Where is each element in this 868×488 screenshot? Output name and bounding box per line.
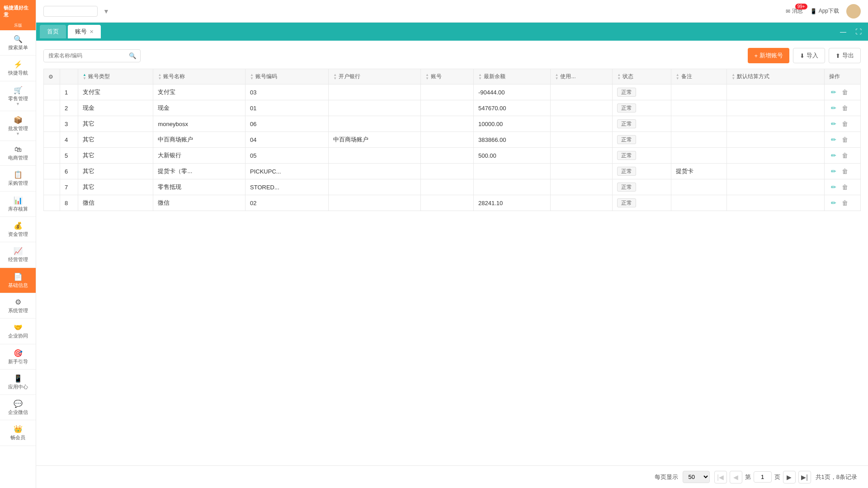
row-latest-balance	[473, 164, 550, 179]
sidebar-item-basic-info[interactable]: 📄 基础信息	[0, 268, 36, 293]
next-page-button[interactable]: ▶	[783, 471, 796, 483]
sidebar-item-wholesale-mgmt[interactable]: 📦 批发管理 ▼	[0, 111, 36, 141]
page-size-select[interactable]: 50 100 200	[683, 471, 710, 483]
edit-icon[interactable]: ✏	[831, 152, 836, 159]
last-page-button[interactable]: ▶|	[798, 471, 811, 483]
tab-close-icon[interactable]: ✕	[90, 29, 94, 35]
row-account-name: 中百商场账户	[153, 132, 245, 148]
sidebar-item-search-menu[interactable]: 🔍 搜索菜单	[0, 30, 36, 56]
tab-home[interactable]: 首页	[40, 25, 66, 38]
sidebar-item-system-mgmt[interactable]: ⚙ 系统管理	[0, 293, 36, 319]
search-button[interactable]: 🔍	[125, 50, 140, 62]
sidebar-item-operation-mgmt[interactable]: 📈 经营管理	[0, 242, 36, 267]
pagination: 每页显示 50 100 200 |◀ ◀ 第 页 ▶ ▶| 共1页，8条记录	[36, 465, 868, 488]
delete-icon[interactable]: 🗑	[842, 183, 848, 191]
sidebar-item-quick-nav[interactable]: ⚡ 快捷导航	[0, 56, 36, 81]
col-account-code[interactable]: ▲▼账号编码	[245, 69, 329, 84]
row-account-number	[420, 100, 473, 116]
first-page-button[interactable]: |◀	[714, 471, 727, 483]
edit-icon[interactable]: ✏	[831, 89, 836, 96]
delete-icon[interactable]: 🗑	[842, 152, 848, 159]
row-bank	[329, 164, 421, 179]
page-input[interactable]	[754, 471, 772, 483]
row-default-settlement	[727, 100, 825, 116]
edit-icon[interactable]: ✏	[831, 183, 836, 191]
search-input[interactable]	[44, 50, 125, 61]
row-usage	[550, 132, 613, 148]
row-account-type: 其它	[78, 132, 153, 148]
table-row: 1 支付宝 支付宝 03 -90444.00 正常 ✏ 🗑	[44, 84, 861, 100]
tab-actions: — ⛶	[837, 27, 864, 36]
col-account-type[interactable]: ▲▼账号类型	[78, 69, 153, 84]
col-default-settlement[interactable]: ▲▼默认结算方式	[727, 69, 825, 84]
tab-account[interactable]: 账号 ✕	[68, 25, 101, 38]
col-bank[interactable]: ▲▼开户银行	[329, 69, 421, 84]
edit-icon[interactable]: ✏	[831, 199, 836, 206]
row-index: 6	[60, 164, 78, 179]
sidebar-item-member[interactable]: 👑 畅会员	[0, 420, 36, 446]
row-status: 正常	[613, 132, 671, 148]
member-icon: 👑	[14, 425, 23, 433]
col-actions: 操作	[825, 69, 861, 84]
edit-icon[interactable]: ✏	[831, 168, 836, 175]
delete-icon[interactable]: 🗑	[842, 168, 848, 175]
sidebar-item-app-center[interactable]: 📱 应用中心	[0, 370, 36, 395]
sidebar-item-inventory-calc[interactable]: 📊 库存核算	[0, 192, 36, 217]
edit-icon[interactable]: ✏	[831, 136, 836, 143]
col-remark[interactable]: ▲▼备注	[671, 69, 726, 84]
sidebar-item-label: 采购管理	[8, 180, 28, 186]
row-account-type: 支付宝	[78, 84, 153, 100]
add-account-button[interactable]: + 新增账号	[748, 48, 789, 63]
inventory-calc-icon: 📊	[14, 196, 23, 205]
row-index: 3	[60, 116, 78, 132]
app-download-button[interactable]: 📱 App下载	[810, 7, 839, 15]
row-remark	[671, 100, 726, 116]
row-default-settlement	[727, 148, 825, 164]
row-bank	[329, 84, 421, 100]
sidebar-item-purchase-mgmt[interactable]: 📋 采购管理	[0, 166, 36, 191]
edit-icon[interactable]: ✏	[831, 120, 836, 127]
settings-icon[interactable]: ⚙	[48, 74, 53, 80]
header-search-input[interactable]	[43, 6, 98, 17]
import-button[interactable]: ⬇ 导入	[793, 48, 825, 63]
col-latest-balance[interactable]: ▲▼最新余额	[473, 69, 550, 84]
sidebar-item-ecommerce-mgmt[interactable]: 🛍 电商管理	[0, 141, 36, 166]
tab-minimize-icon[interactable]: —	[837, 27, 849, 36]
edit-icon[interactable]: ✏	[831, 104, 836, 112]
delete-icon[interactable]: 🗑	[842, 120, 848, 127]
sidebar-item-beginner-guide[interactable]: 🎯 新手引导	[0, 344, 36, 370]
delete-icon[interactable]: 🗑	[842, 89, 848, 96]
row-index: 5	[60, 148, 78, 164]
col-account-number[interactable]: ▲▼账号	[420, 69, 473, 84]
row-status: 正常	[613, 100, 671, 116]
sidebar-item-enterprise-wechat[interactable]: 💬 企业微信	[0, 395, 36, 420]
user-avatar[interactable]	[846, 4, 861, 19]
row-index: 7	[60, 179, 78, 195]
col-usage[interactable]: ▲▼使用...	[550, 69, 613, 84]
col-status[interactable]: ▲▼状态	[613, 69, 671, 84]
message-button[interactable]: ✉ 消息 99+	[786, 7, 803, 15]
tab-maximize-icon[interactable]: ⛶	[853, 27, 864, 36]
delete-icon[interactable]: 🗑	[842, 136, 848, 143]
prev-page-button[interactable]: ◀	[730, 471, 742, 483]
col-account-name[interactable]: ▲▼账号名称	[153, 69, 245, 84]
row-index: 1	[60, 84, 78, 100]
sidebar-item-label: 系统管理	[8, 307, 28, 314]
delete-icon[interactable]: 🗑	[842, 199, 848, 206]
row-usage	[550, 195, 613, 211]
row-latest-balance: 28241.10	[473, 195, 550, 211]
account-table: ⚙ ▲▼账号类型 ▲▼账号名称 ▲▼账号编码 ▲▼开户银行	[43, 69, 861, 211]
row-latest-balance	[473, 179, 550, 195]
row-account-code: 02	[245, 195, 329, 211]
sidebar-item-fund-mgmt[interactable]: 💰 资金管理	[0, 217, 36, 242]
export-button[interactable]: ⬆ 导出	[829, 48, 861, 63]
sidebar-item-retail-mgmt[interactable]: 🛒 零售管理 ▼	[0, 81, 36, 111]
row-status: 正常	[613, 84, 671, 100]
sidebar-item-enterprise-agreement[interactable]: 🤝 企业协同	[0, 319, 36, 344]
row-bank	[329, 100, 421, 116]
header-dropdown-arrow[interactable]: ▼	[103, 8, 109, 15]
delete-icon[interactable]: 🗑	[842, 104, 848, 112]
app-center-icon: 📱	[14, 374, 23, 383]
row-default-settlement	[727, 132, 825, 148]
sidebar-item-label: 电商管理	[8, 155, 28, 161]
